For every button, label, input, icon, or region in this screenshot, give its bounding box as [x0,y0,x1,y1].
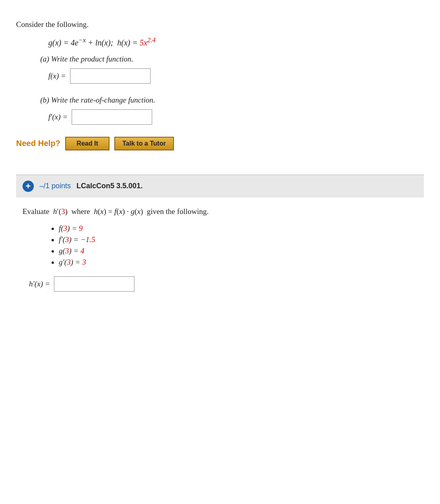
evaluate-line: Evaluate h′(3) where h(x) = f(x) · g(x) … [23,207,417,216]
part-a-label: (a) Write the product function. [40,55,424,64]
bullet-list: f(3) = 9 f′(3) = −1.5 g(3) = 4 g′(3) = 3 [59,224,417,267]
read-it-button[interactable]: Read It [65,137,109,150]
part-a-input-row: f(x) = [48,68,424,84]
part-b-label: (b) Write the rate-of-change function. [40,96,424,105]
given-functions-line: g(x) = 4e−x + ln(x); h(x) = 5x2.4 [48,36,424,47]
list-item: g(3) = 4 [59,247,417,255]
part-a-input-label: f(x) = [48,72,66,80]
problem-id: LCalcCon5 3.5.001. [76,182,143,190]
list-item: g′(3) = 3 [59,258,417,267]
section2-header: + –/1 points LCalcCon5 3.5.001. [16,175,424,197]
part-b-input-row: f′(x) = [48,109,424,125]
need-help-label: Need Help? [16,139,60,148]
need-help-row: Need Help? Read It Talk to a Tutor [16,137,424,150]
consider-text: Consider the following. [16,20,424,29]
talk-to-tutor-button[interactable]: Talk to a Tutor [114,137,174,150]
list-item: f(3) = 9 [59,224,417,233]
plus-icon[interactable]: + [23,181,34,192]
hprime-input[interactable] [54,276,134,292]
part-b-input-label: f′(x) = [48,113,68,121]
points-text: –/1 points [39,182,71,190]
hprime-label: h′(x) = [29,280,50,288]
hprime-row: h′(x) = [29,276,417,292]
list-item: f′(3) = −1.5 [59,235,417,244]
part-a-input[interactable] [70,68,151,84]
section2-body: Evaluate h′(3) where h(x) = f(x) · g(x) … [16,197,424,304]
g-function-text: g(x) = 4e−x + ln(x); h(x) = 5x2.4 [48,38,156,47]
part-b-input[interactable] [72,109,152,125]
page-wrapper: Consider the following. g(x) = 4e−x + ln… [0,0,440,316]
section-top: Consider the following. g(x) = 4e−x + ln… [16,12,424,163]
